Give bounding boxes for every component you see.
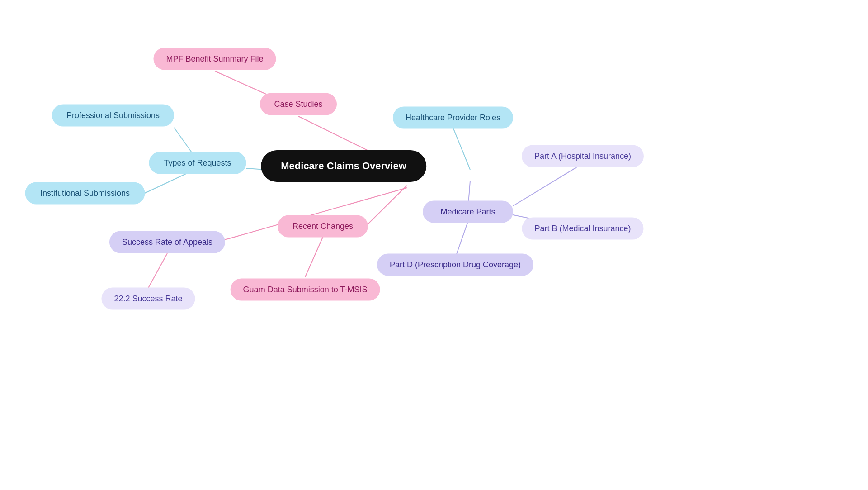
types-of-requests-node[interactable]: Types of Requests (149, 152, 246, 174)
medicare-parts-node[interactable]: Medicare Parts (423, 201, 513, 223)
svg-line-13 (148, 253, 167, 289)
success-rate-22-node[interactable]: 22.2 Success Rate (101, 288, 195, 310)
healthcare-provider-roles-node[interactable]: Healthcare Provider Roles (393, 107, 513, 129)
svg-line-5 (453, 128, 470, 170)
part-a-node[interactable]: Part A (Hospital Insurance) (522, 145, 644, 167)
guam-data-node[interactable]: Guam Data Submission to T-MSIS (231, 279, 380, 301)
success-rate-appeals-node[interactable]: Success Rate of Appeals (109, 231, 225, 253)
recent-changes-node[interactable]: Recent Changes (278, 215, 368, 238)
svg-line-11 (305, 236, 323, 277)
mind-map-container: Medicare Claims Overview MPF Benefit Sum… (0, 0, 868, 490)
svg-line-9 (455, 222, 468, 258)
svg-line-7 (513, 164, 582, 206)
institutional-submissions-node[interactable]: Institutional Submissions (25, 182, 145, 205)
svg-line-10 (368, 186, 407, 224)
mpf-benefit-node[interactable]: MPF Benefit Summary File (153, 48, 276, 70)
case-studies-node[interactable]: Case Studies (260, 93, 337, 115)
center-node[interactable]: Medicare Claims Overview (261, 150, 426, 182)
part-b-node[interactable]: Part B (Medical Insurance) (522, 218, 643, 240)
part-d-node[interactable]: Part D (Prescription Drug Coverage) (377, 254, 533, 276)
professional-submissions-node[interactable]: Professional Submissions (52, 105, 174, 127)
